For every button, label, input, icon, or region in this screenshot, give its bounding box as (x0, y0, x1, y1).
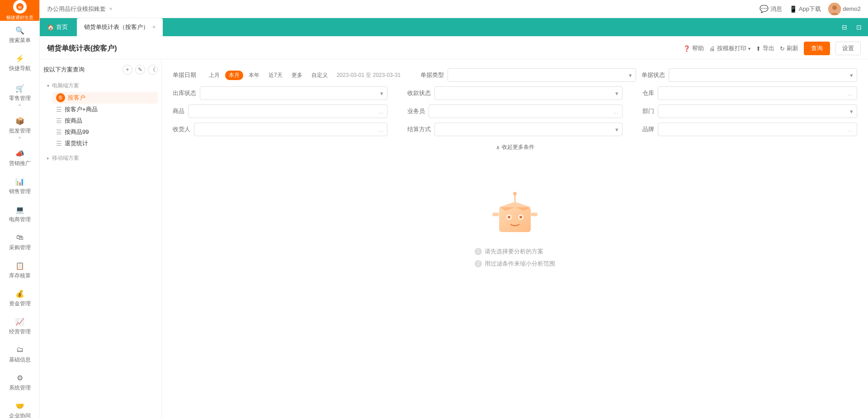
goods-dots[interactable]: ... (378, 108, 384, 115)
content-area: 销货单统计表(按客户) ❓ 帮助 🖨 按模板打印 ▾ ⬆ 导出 (40, 36, 868, 418)
sidebar-item-ecommerce[interactable]: 💻 电商管理 (0, 200, 40, 228)
app-logo[interactable]: 畅 畅捷通好生意 (0, 0, 40, 21)
collapse-panel-button[interactable]: 《 (148, 65, 158, 75)
sidebar-item-purchase[interactable]: 🛍 采购管理 (0, 228, 40, 256)
sidebar-item-label: 经营管理 (9, 328, 31, 336)
tree-children: 客 按客户 ☰ 按客户+商品 ☰ 按商品 ☰ 按 (43, 92, 158, 149)
tree-item-by-goods[interactable]: ☰ 按商品 (52, 115, 158, 126)
out-status-select[interactable]: ▾ (200, 86, 387, 100)
department-chevron: ▾ (850, 108, 853, 115)
home-icon: 🏠 (47, 24, 54, 31)
settlement-select[interactable]: ▾ (434, 123, 622, 136)
help-button[interactable]: ❓ 帮助 (683, 44, 704, 52)
goods-input[interactable]: ... (188, 104, 387, 118)
salesperson-dots[interactable]: ... (613, 108, 618, 115)
sidebar-item-finance[interactable]: 💰 资金管理 (0, 284, 40, 312)
goods-icon: ☰ (56, 117, 62, 124)
tab-active[interactable]: 销货单统计表（按客户） × (77, 18, 163, 36)
left-panel: 按以下方案查询 + ✎ 《 ▾ 电脑端方案 客 (40, 59, 162, 418)
query-button[interactable]: 查询 (804, 42, 830, 55)
sidebar-item-basic-info[interactable]: 🗂 基础信息 (0, 340, 40, 368)
panel-header: 按以下方案查询 + ✎ 《 (43, 63, 158, 76)
message-icon: 💬 (760, 5, 769, 13)
tip-num-2: 2 (475, 260, 482, 267)
tab-minimize-button[interactable]: ⊟ (839, 22, 850, 33)
user-menu-button[interactable]: demo2 (828, 3, 861, 15)
tab-close-button[interactable]: × (152, 24, 156, 30)
sidebar-item-marketing[interactable]: 📣 营销推广 (0, 144, 40, 172)
tree-section-pc[interactable]: ▾ 电脑端方案 (43, 80, 158, 91)
settlement-chevron: ▾ (615, 126, 618, 133)
tree-item-label: 按商品99 (65, 128, 89, 136)
department-select[interactable]: ▾ (658, 104, 857, 118)
brand-dots[interactable]: ... (848, 126, 853, 133)
logo-icon: 畅 (13, 0, 27, 14)
message-button[interactable]: 💬 消息 (760, 5, 782, 13)
warehouse-input[interactable]: ... (658, 86, 857, 100)
salesperson-input[interactable]: ... (429, 104, 622, 118)
tree-item-return-stats[interactable]: ☰ 退货统计 (52, 138, 158, 149)
recipient-label: 收货人 (173, 125, 190, 133)
brand-input[interactable]: ... (658, 123, 857, 136)
export-button[interactable]: ⬆ 导出 (756, 44, 774, 52)
order-status-section: 单据状态 ▾ (642, 68, 857, 82)
cg-icon: ☰ (56, 106, 62, 113)
warehouse-dots[interactable]: ... (848, 90, 853, 97)
tab-home[interactable]: 🏠 首页 (40, 18, 75, 36)
sidebar-item-enterprise[interactable]: 🤝 企业协同 (0, 396, 40, 418)
collapse-button[interactable]: ∧ 收起更多条件 (173, 141, 857, 154)
message-label: 消息 (770, 5, 782, 13)
export-icon: ⬆ (756, 45, 761, 52)
order-type-label: 单据类型 (420, 71, 444, 79)
tree-section-mobile[interactable]: ▸ 移动端方案 (43, 152, 158, 164)
date-btn-this-year[interactable]: 本年 (245, 71, 263, 80)
search-icon: 🔍 (15, 25, 25, 35)
add-scheme-button[interactable]: + (123, 65, 132, 75)
settings-button[interactable]: 设置 (835, 42, 861, 55)
order-type-select[interactable]: ▾ (448, 68, 636, 82)
sidebar-item-inventory[interactable]: 📋 库存核算 (0, 256, 40, 284)
main-area: 办公用品行业模拟账套 ▾ 💬 消息 📱 App下载 demo2 🏠 首页 (40, 0, 868, 418)
date-btn-custom[interactable]: 自定义 (308, 71, 331, 80)
sidebar-item-operation[interactable]: 📈 经营管理 (0, 312, 40, 340)
date-btn-7days[interactable]: 近7天 (265, 71, 286, 80)
salesperson-section: 业务员 ... (407, 104, 622, 118)
sidebar-item-wholesale[interactable]: 📦 批发管理 ▲ (0, 111, 40, 144)
recipient-input[interactable]: ... (194, 123, 387, 136)
date-btn-more[interactable]: 更多 (288, 71, 306, 80)
download-icon: 📱 (789, 5, 797, 13)
sidebar-item-retail[interactable]: 🛒 零售管理 ▲ (0, 79, 40, 111)
tree-item-by-customer[interactable]: 客 按客户 (52, 92, 158, 104)
print-button[interactable]: 🖨 按模板打印 ▾ (709, 44, 750, 52)
date-btn-last-month[interactable]: 上月 (205, 71, 223, 80)
edit-scheme-button[interactable]: ✎ (135, 65, 145, 75)
print-icon: 🖨 (709, 45, 715, 52)
tree-item-by-goods-99[interactable]: ☰ 按商品99 (52, 127, 158, 138)
tree-item-label: 退货统计 (65, 139, 88, 147)
page-title: 销货单统计表(按客户) (47, 44, 117, 53)
wholesale-icon: 📦 (15, 116, 25, 126)
sidebar-item-quick-nav[interactable]: ⚡ 快捷导航 (0, 49, 40, 77)
sidebar-item-label: 库存核算 (9, 272, 31, 280)
warehouse-label: 仓库 (642, 89, 654, 97)
order-status-select[interactable]: ▾ (669, 68, 857, 82)
refresh-button[interactable]: ↻ 刷新 (780, 44, 798, 52)
receipt-status-select[interactable]: ▾ (434, 86, 622, 100)
recipient-dots[interactable]: ... (378, 126, 384, 133)
tree-item-label: 按客户+商品 (65, 105, 98, 114)
tree-item-by-customer-goods[interactable]: ☰ 按客户+商品 (52, 104, 158, 115)
settlement-label: 结算方式 (407, 125, 431, 133)
tip-2: 2 用过滤条件来缩小分析范围 (475, 258, 555, 269)
app-download-button[interactable]: 📱 App下载 (789, 5, 821, 13)
tab-maximize-button[interactable]: ⊡ (854, 22, 864, 33)
sidebar-item-system[interactable]: ⚙ 系统管理 (0, 368, 40, 396)
tip-text-1: 请先选择要分析的方案 (485, 246, 543, 256)
sidebar-item-search[interactable]: 🔍 搜索菜单 (0, 21, 40, 49)
tab-actions: ⊟ ⊡ (839, 22, 868, 33)
order-status-label: 单据状态 (642, 71, 665, 79)
department-label: 部门 (642, 107, 654, 115)
tree-item-label: 按商品 (65, 117, 82, 125)
sidebar-item-sales[interactable]: 📊 销售管理 (0, 172, 40, 200)
date-btn-this-month[interactable]: 本月 (225, 71, 243, 80)
panel-header-title: 按以下方案查询 (43, 66, 85, 74)
